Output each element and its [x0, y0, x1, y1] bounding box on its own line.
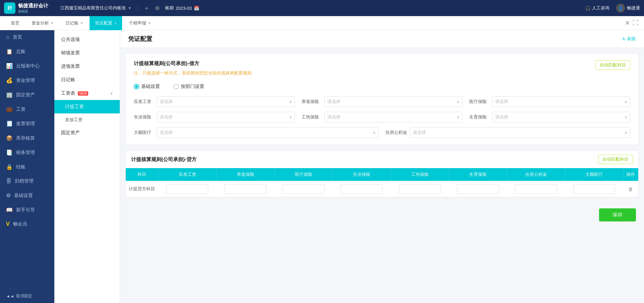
funds-icon: 💰: [6, 77, 13, 84]
sidebar-item-close[interactable]: 🔒 结账: [0, 160, 54, 174]
delete-button[interactable]: 🗑: [628, 186, 633, 192]
credit-auto-match-button[interactable]: 自动匹配科目: [598, 155, 633, 164]
ledger-icon: 📋: [6, 48, 13, 55]
close-window-icon[interactable]: ✕: [625, 19, 630, 27]
housing-label: 住房公积金: [385, 130, 407, 136]
cell-big-medical[interactable]: [565, 181, 623, 197]
input-big-medical[interactable]: [573, 184, 615, 194]
nav-item-fixed-assets[interactable]: 固定资产: [54, 126, 120, 140]
nav-item-salary-table[interactable]: 工资表 NEW ∨: [54, 87, 120, 100]
nav-item-journal[interactable]: 日记账: [54, 73, 120, 87]
invoice-icon: 🧾: [6, 120, 13, 127]
tab-tax-close[interactable]: ×: [148, 21, 151, 26]
company-selector[interactable]: 江西服宝精品有限责任公司内账张 ▼: [60, 5, 131, 11]
tab-voucher-label: 凭证配置: [95, 20, 112, 26]
tab-voucher[interactable]: 凭证配置 ×: [90, 16, 122, 30]
debit-auto-match-button[interactable]: 自动匹配科目: [595, 60, 630, 70]
sidebar-item-tax[interactable]: 📑 税务管理: [0, 145, 54, 160]
sidebar-label-salary: 工资: [16, 106, 25, 112]
radio-basic[interactable]: 基础设置: [134, 84, 160, 90]
unemployment-select[interactable]: 请选择 ∨: [157, 112, 295, 122]
sidebar-item-home[interactable]: ⌂ 首页: [0, 30, 54, 44]
credit-section-title: 计提核算规则(公司承担)-贷方: [131, 156, 197, 163]
left-nav: 公共选项 销项发票 进项发票 日记账 工资表 NEW ∨ 计提工资 发放工资: [54, 30, 120, 303]
sidebar-label-settings: 基础设置: [14, 193, 33, 199]
sidebar-item-invoice[interactable]: 🧾 发票管理: [0, 116, 54, 131]
cell-unemployment[interactable]: [333, 181, 391, 197]
medical-label: 医疗保险: [469, 99, 489, 105]
service-label: 人工咨询: [592, 5, 609, 11]
sidebar-label-archive: 归档管理: [15, 178, 34, 184]
user-name: 畅捷通: [627, 5, 640, 11]
cell-pension[interactable]: [216, 181, 274, 197]
medical-select[interactable]: 请选择 ∨: [492, 96, 630, 107]
add-button[interactable]: ＋: [144, 4, 150, 12]
input-medical[interactable]: [282, 184, 325, 194]
housing-select[interactable]: 请选择 ∨: [410, 127, 630, 138]
sidebar-item-funds[interactable]: 💰 资金管理: [0, 73, 54, 88]
cell-medical[interactable]: [274, 181, 332, 197]
service-button[interactable]: 🎧 人工咨询: [585, 5, 609, 11]
input-unemployment[interactable]: [340, 184, 383, 194]
user-area[interactable]: 👤 畅捷通: [616, 4, 640, 12]
credit-section-header: 计提核算规则(公司承担)-贷方 自动匹配科目: [126, 151, 638, 168]
input-pension[interactable]: [224, 184, 267, 194]
tab-journal[interactable]: 日记账 ×: [60, 16, 88, 30]
cell-maternity[interactable]: [449, 181, 507, 197]
tab-voucher-close[interactable]: ×: [114, 21, 117, 26]
sidebar-label-invoice: 发票管理: [16, 121, 35, 127]
sidebar-item-assets[interactable]: 🏢 固定资产: [0, 88, 54, 102]
nav-item-public[interactable]: 公共选项: [54, 33, 120, 46]
calendar-icon[interactable]: 📅: [194, 6, 199, 11]
settings-icon[interactable]: ⚙: [155, 5, 160, 11]
sidebar-item-archive[interactable]: 🗄 归档管理: [0, 174, 54, 188]
tab-tax[interactable]: 个税申报 ×: [123, 16, 156, 30]
maximize-icon[interactable]: ⛶: [633, 19, 639, 27]
maternity-select[interactable]: 请选择 ∨: [492, 112, 630, 122]
cell-injury[interactable]: [391, 181, 449, 197]
salary-select[interactable]: 请选择 ∨: [157, 96, 295, 107]
refresh-button[interactable]: ↻ 刷新: [622, 36, 636, 42]
tab-fund-close[interactable]: ×: [51, 21, 53, 26]
nav-item-purchase[interactable]: 进项发票: [54, 60, 120, 73]
cancel-pin-button[interactable]: ◄◄ 取消固定: [0, 289, 54, 303]
sidebar-item-guide[interactable]: 📖 新手引导: [0, 203, 54, 217]
radio-dept[interactable]: 按部门设置: [173, 84, 204, 90]
main-content: 凭证配置 ↻ 刷新 计提核算规则(公司承担)-借方 注：只能选择一种方式，系统将…: [120, 30, 644, 303]
sidebar-item-ledger[interactable]: 📋 总账: [0, 44, 54, 59]
nav-item-sales[interactable]: 销项发票: [54, 46, 120, 60]
injury-select[interactable]: 请选择 ∨: [324, 112, 463, 122]
big-medical-select[interactable]: 请选择 ∨: [157, 127, 379, 138]
tab-home-label: 首页: [11, 20, 19, 26]
tab-home[interactable]: 首页: [5, 16, 25, 30]
input-injury[interactable]: [399, 184, 441, 194]
input-housing[interactable]: [515, 184, 557, 194]
pension-label: 养老保险: [302, 99, 322, 105]
input-maternity[interactable]: [457, 184, 499, 194]
unemployment-placeholder: 请选择: [160, 114, 173, 120]
save-button[interactable]: 保存: [599, 208, 636, 221]
sidebar-item-salary[interactable]: 💼 工资: [0, 102, 54, 116]
housing-placeholder: 请选择: [413, 130, 426, 136]
expand-icon[interactable]: ∨: [110, 91, 113, 96]
field-salary: 应发工资 请选择 ∨: [134, 96, 295, 107]
sidebar-item-settings[interactable]: ⚙ 基础设置: [0, 188, 54, 203]
content-area: 公共选项 销项发票 进项发票 日记账 工资表 NEW ∨ 计提工资 发放工资: [54, 30, 644, 303]
col-unemployment: 失业保险: [333, 168, 391, 181]
top-right: 🎧 人工咨询 👤 畅捷通: [585, 4, 640, 12]
nav-item-pay-salary[interactable]: 发放工资: [54, 113, 120, 126]
nav-item-calc-salary[interactable]: 计提工资: [54, 100, 120, 113]
sidebar-item-inventory[interactable]: 📦 库存核算: [0, 131, 54, 145]
sidebar-item-vip[interactable]: V 畅会员: [0, 217, 54, 231]
page-header: 凭证配置 ↻ 刷新: [120, 30, 644, 48]
tab-journal-close[interactable]: ×: [80, 21, 83, 26]
tab-fund[interactable]: 资金分析 ×: [26, 16, 59, 30]
app-version: 旗舰版: [18, 9, 48, 14]
period-area: 账期 2023-03 📅: [165, 5, 199, 11]
sidebar-item-reports[interactable]: 📊 云报表中心: [0, 59, 54, 73]
top-middle: 江西服宝精品有限责任公司内账张 ▼ | ＋ ⚙ 账期 2023-03 📅: [58, 4, 585, 12]
cell-salary[interactable]: [158, 181, 216, 197]
input-salary[interactable]: [166, 184, 209, 194]
cell-housing[interactable]: [507, 181, 565, 197]
pension-select[interactable]: 请选择 ∨: [324, 96, 463, 107]
